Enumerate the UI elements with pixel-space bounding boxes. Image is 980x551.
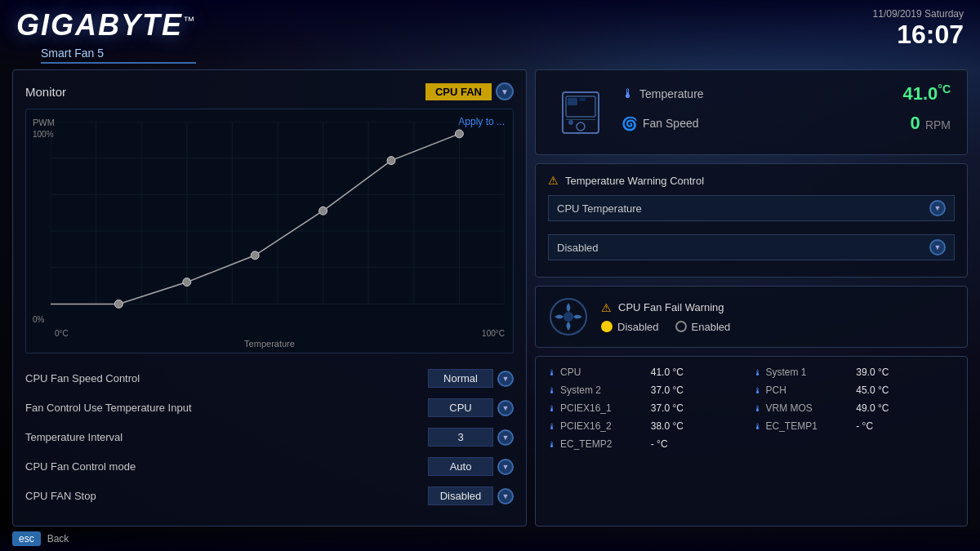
warning-disabled-select[interactable]: Disabled ▼: [548, 234, 955, 260]
cpu-fan-dropdown-btn[interactable]: ▼: [496, 82, 514, 100]
setting-row-3: CPU Fan Control mode Auto ▼: [25, 454, 514, 479]
setting-row-0: CPU Fan Speed Control Normal ▼: [25, 366, 514, 391]
svg-point-17: [114, 300, 122, 308]
pc-svg: [556, 88, 605, 137]
setting-badge-3: Auto: [428, 457, 493, 476]
info-stats: 🌡 Temperature 41.0°C 🌀 Fan Speed 0 RPM: [621, 82, 951, 142]
setting-badge-0: Normal: [428, 369, 493, 388]
setting-badge-1: CPU: [428, 398, 493, 417]
chart-100c-label: 100°C: [482, 329, 505, 338]
radio-group[interactable]: Disabled Enabled: [601, 321, 955, 333]
setting-dropdown-1[interactable]: ▼: [497, 400, 514, 416]
setting-dropdown-4[interactable]: ▼: [497, 488, 514, 504]
header: GIGABYTE™ Smart Fan 5 11/09/2019 Saturda…: [0, 0, 980, 69]
warning-disabled-row[interactable]: Disabled ▼: [548, 234, 955, 260]
fail-box: ⚠ CPU Fan Fail Warning Disabled Enabled: [535, 286, 968, 348]
vrm-temp-icon: 🌡: [754, 404, 762, 413]
chart-0c-label: 0°C: [55, 329, 69, 338]
setting-label-0: CPU Fan Speed Control: [25, 372, 140, 384]
warning-box: ⚠ Temperature Warning Control CPU Temper…: [535, 163, 968, 278]
temp-val-vrmmos: 49.0 °C: [856, 402, 955, 414]
svg-rect-27: [579, 98, 586, 101]
pc-icon: [552, 84, 609, 141]
sys1-temp-icon: 🌡: [754, 368, 762, 377]
svg-point-28: [568, 120, 573, 125]
temperature-stat-row: 🌡 Temperature 41.0°C: [621, 82, 951, 104]
temp-grid: 🌡 CPU 41.0 °C 🌡 System 1 39.0 °C 🌡 Syste…: [548, 367, 955, 450]
right-panel: 🌡 Temperature 41.0°C 🌀 Fan Speed 0 RPM: [535, 69, 968, 527]
temp-grid-box: 🌡 CPU 41.0 °C 🌡 System 1 39.0 °C 🌡 Syste…: [535, 356, 968, 527]
ec1-temp-icon: 🌡: [754, 422, 762, 431]
svg-rect-26: [568, 98, 577, 105]
monitor-header: Monitor CPU FAN ▼: [25, 82, 514, 100]
setting-dropdown-2[interactable]: ▼: [497, 429, 514, 446]
chart-0-label: 0%: [33, 315, 44, 324]
setting-badge-4: Disabled: [428, 487, 493, 505]
pcie1-temp-icon: 🌡: [548, 404, 556, 413]
main-content: Monitor CPU FAN ▼ PWM 100% 0% 0°C 100°C …: [12, 69, 968, 527]
setting-badge-2: 3: [428, 428, 493, 447]
radio-disabled-dot[interactable]: [601, 321, 612, 332]
fanspeed-stat-label: 🌀 Fan Speed: [621, 116, 699, 131]
temp-item-system1: 🌡 System 1: [754, 367, 853, 378]
setting-label-2: Temperature Interval: [25, 431, 122, 443]
logo-text: GIGABYTE: [16, 8, 183, 42]
radio-enabled-dot[interactable]: [675, 321, 687, 332]
fail-warning-icon: ⚠: [601, 301, 612, 314]
fanspeed-stat-value: 0 RPM: [911, 113, 951, 134]
radio-enabled[interactable]: Enabled: [675, 321, 731, 333]
setting-dropdown-0[interactable]: ▼: [497, 371, 514, 387]
setting-value-3[interactable]: Auto ▼: [428, 457, 514, 476]
setting-label-4: CPU FAN Stop: [25, 490, 96, 502]
setting-value-1[interactable]: CPU ▼: [428, 398, 514, 417]
setting-row-1: Fan Control Use Temperature Input CPU ▼: [25, 395, 514, 420]
monitor-title: Monitor: [25, 85, 66, 99]
warning-cpu-select[interactable]: CPU Temperature ▼: [548, 195, 955, 221]
back-label: Back: [47, 533, 69, 544]
warning-cpu-row[interactable]: CPU Temperature ▼: [548, 195, 955, 228]
setting-row-2: Temperature Interval 3 ▼: [25, 424, 514, 450]
date-label: 11/09/2019 Saturday: [873, 8, 964, 20]
temp-val-system1: 39.0 °C: [856, 367, 955, 378]
pch-temp-icon: 🌡: [754, 386, 762, 395]
fail-content: ⚠ CPU Fan Fail Warning Disabled Enabled: [601, 301, 955, 333]
svg-rect-29: [566, 119, 595, 120]
temp-item-ectemp1: 🌡 EC_TEMP1: [754, 420, 853, 432]
time-label: 16:07: [873, 20, 964, 50]
setting-dropdown-3[interactable]: ▼: [497, 459, 514, 475]
setting-value-0[interactable]: Normal ▼: [428, 369, 514, 388]
setting-row-4: CPU FAN Stop Disabled ▼: [25, 483, 514, 509]
svg-point-31: [564, 312, 573, 322]
fan-curve-chart: PWM 100% 0% 0°C 100°C Temperature Apply …: [25, 109, 514, 353]
fail-title: ⚠ CPU Fan Fail Warning: [601, 301, 955, 314]
svg-point-18: [183, 278, 191, 287]
temp-val-pciex16-2: 38.0 °C: [651, 420, 750, 432]
temp-item-pch: 🌡 PCH: [754, 384, 853, 396]
temp-item-vrmmos: 🌡 VRM MOS: [754, 402, 853, 414]
left-panel: Monitor CPU FAN ▼ PWM 100% 0% 0°C 100°C …: [12, 69, 527, 527]
esc-button[interactable]: esc: [12, 531, 41, 546]
warning-title: ⚠ Temperature Warning Control: [548, 174, 955, 187]
svg-point-21: [387, 157, 395, 165]
pcie2-temp-icon: 🌡: [548, 422, 556, 431]
temperature-stat-label: 🌡 Temperature: [621, 87, 704, 101]
radio-disabled[interactable]: Disabled: [601, 321, 659, 333]
temp-val-cpu: 41.0 °C: [651, 367, 750, 378]
cpu-fan-badge: CPU FAN: [425, 83, 492, 100]
warning-disabled-dropdown[interactable]: ▼: [929, 239, 946, 256]
fanspeed-stat-row: 🌀 Fan Speed 0 RPM: [621, 113, 951, 134]
svg-point-22: [455, 130, 463, 138]
temp-axis-label: Temperature: [244, 339, 295, 349]
temp-val-ectemp1: - °C: [856, 420, 955, 432]
temp-item-cpu: 🌡 CPU: [548, 367, 647, 378]
svg-point-19: [251, 251, 259, 260]
setting-value-2[interactable]: 3 ▼: [428, 428, 514, 447]
info-box: 🌡 Temperature 41.0°C 🌀 Fan Speed 0 RPM: [535, 69, 968, 155]
svg-point-20: [319, 207, 327, 215]
monitor-select[interactable]: CPU FAN ▼: [425, 82, 514, 100]
warning-cpu-dropdown[interactable]: ▼: [929, 200, 946, 216]
setting-value-4[interactable]: Disabled ▼: [428, 487, 514, 505]
temperature-stat-value: 41.0°C: [902, 82, 951, 104]
temp-val-pciex16-1: 37.0 °C: [651, 402, 750, 414]
setting-label-3: CPU Fan Control mode: [25, 460, 136, 473]
